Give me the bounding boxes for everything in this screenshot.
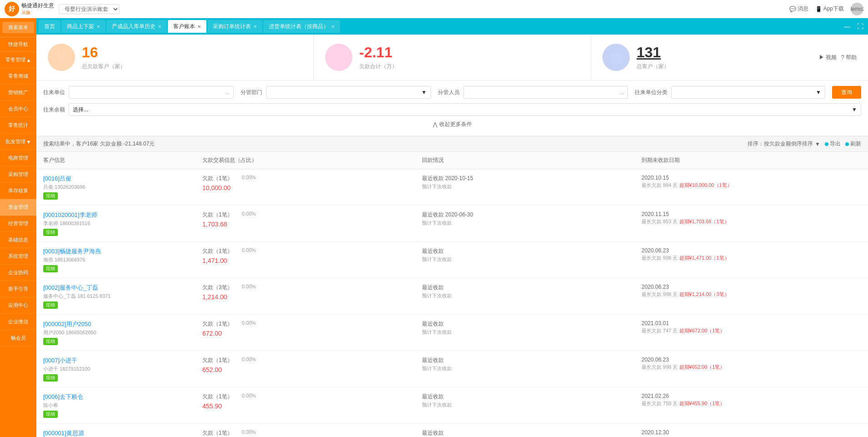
sidebar-item-system[interactable]: 系统管理	[0, 248, 36, 265]
minimize-btn[interactable]: —	[842, 23, 853, 30]
dept-select[interactable]: ▼	[266, 86, 431, 99]
close-inventory-tab[interactable]: ✕	[331, 24, 335, 29]
tab-inventory[interactable]: 进货单统计表（按商品） ✕	[263, 20, 340, 33]
overdue-link-6[interactable]: 超期¥455.90（1笔）	[679, 401, 725, 406]
debt-count-6: 欠款（1笔）	[202, 393, 233, 401]
stat-info-debt: -2.11 欠款合计（万）	[359, 44, 397, 70]
status-tag-2: 现销	[43, 265, 58, 272]
tab-customer[interactable]: 客户账本 ✕	[168, 20, 206, 33]
video-btn[interactable]: ▶ 视频	[819, 54, 837, 61]
return-cell-6: 最近收款 预计下次收款	[422, 393, 642, 418]
return-cell-1: 最近收款 2020-06-30 预计下次收款	[422, 211, 642, 236]
sidebar-item-operations[interactable]: 经营管理	[0, 216, 36, 232]
tab-goods[interactable]: 商品上下架 ✕	[61, 20, 105, 33]
search-menu-button[interactable]: 搜索菜单	[2, 22, 34, 33]
customer-name-5[interactable]: [0007]小进干	[43, 357, 202, 365]
overdue-link-3[interactable]: 超期¥1,214.00（3笔）	[679, 291, 729, 297]
customer-name-2[interactable]: [0003]畅捷服务尹海燕	[43, 247, 202, 256]
customer-cell-4: [000002]用户2050 用户2050 18665062050 现销	[43, 320, 202, 345]
sidebar-item-guide[interactable]: 新手引导	[0, 281, 36, 297]
overdue-link-5[interactable]: 超期¥652.00（1笔）	[679, 364, 725, 370]
customer-name-0[interactable]: [0016]吕俊	[43, 175, 202, 183]
sidebar-item-basic-info[interactable]: 基础信息	[0, 232, 36, 248]
return-next-2: 预计下次收款	[422, 256, 642, 263]
stat-card-actions: ▶ 视频 ? 帮助	[819, 54, 857, 61]
return-cell-7: 最近收款 预计下次收款	[422, 429, 642, 437]
customer-name-3[interactable]: [0002]服务中心_丁磊	[43, 284, 202, 292]
collapse-button[interactable]: ⋀ 收起更多条件	[43, 121, 861, 128]
overdue-link-4[interactable]: 超期¥672.00（1笔）	[679, 328, 725, 333]
export-button[interactable]: 导出	[825, 140, 841, 148]
app-download-btn[interactable]: 📱 App下载	[815, 5, 844, 13]
customer-cell-2: [0003]畅捷服务尹海燕 海燕 18513066976 现销	[43, 247, 202, 272]
return-next-0: 预计下次收款	[422, 183, 642, 190]
sidebar-item-retail-mgmt[interactable]: 零售管理 ▲	[0, 52, 36, 68]
debt-count-1: 欠款（1笔）	[202, 211, 233, 219]
sidebar-item-ecommerce[interactable]: 电商管理	[0, 150, 36, 166]
stat-info-total: 131 总客户（家）	[637, 44, 669, 70]
sidebar-search-area: 搜索菜单	[0, 18, 36, 37]
customer-tab-label: 客户账本	[173, 23, 195, 30]
tab-home[interactable]: 首页	[39, 20, 60, 33]
close-production-tab[interactable]: ✕	[158, 24, 161, 29]
message-btn[interactable]: 💬 消息	[789, 5, 808, 13]
stat-icon-customers: ¥	[48, 44, 75, 71]
tab-purchase[interactable]: 采购订单统计表 ✕	[207, 20, 262, 33]
table-row: [0016]吕俊 吕俊 13026203696 现销 欠款（1笔） 10,000…	[36, 169, 868, 206]
customer-name-6[interactable]: [0006]去下粮仓	[43, 393, 202, 401]
sidebar-item-batch-mgmt[interactable]: 批发管理 ▼	[0, 134, 36, 150]
customer-name-7[interactable]: [000001]黄思源	[43, 429, 202, 437]
debt-pct-5: 0.00%	[242, 357, 256, 362]
maximize-btn[interactable]: ⛶	[855, 23, 866, 30]
sidebar-item-purchase[interactable]: 采购管理	[0, 166, 36, 183]
overdue-days-0: 最长欠款 884 天 超期¥10,000.00（1笔）	[642, 182, 861, 189]
due-cell-4: 2021.03.01 最长欠款 747 天 超期¥672.00（1笔）	[642, 320, 861, 345]
balance-select[interactable]: 选择... ▼	[69, 103, 861, 116]
close-purchase-tab[interactable]: ✕	[253, 24, 257, 29]
debt-cell-2: 欠款（1笔） 1,471.00 0.00%	[202, 247, 422, 272]
search-button[interactable]: 查询	[832, 86, 861, 99]
sidebar-item-retail-store[interactable]: 零售商城	[0, 68, 36, 85]
customer-unit-input[interactable]: ...	[69, 86, 234, 99]
overdue-days-5: 最长欠款 998 天 超期¥652.00（1笔）	[642, 364, 861, 371]
return-next-6: 预计下次收款	[422, 402, 642, 408]
customer-name-1[interactable]: [0001020001]李老师	[43, 211, 202, 219]
production-tab-label: 产成品入库单历史	[112, 23, 156, 30]
customer-name-4[interactable]: [000002]用户2050	[43, 320, 202, 328]
sidebar-item-retail-stats[interactable]: 零售统计	[0, 117, 36, 134]
sidebar-item-member[interactable]: 会员中心	[0, 101, 36, 117]
sidebar-item-wechat[interactable]: 企业微信	[0, 314, 36, 330]
unit-category-select[interactable]: ▼	[671, 86, 825, 99]
content-area: 首页 商品上下架 ✕ 产成品入库单历史 ✕ 客户账本 ✕ 采购订单统计表 ✕ 进…	[36, 18, 868, 437]
person-input[interactable]: ...	[463, 86, 628, 99]
sidebar-item-marketing[interactable]: 营销推广	[0, 85, 36, 101]
sort-select[interactable]: 排序：按欠款金额倒序排序 ▼	[748, 140, 820, 148]
sidebar-item-enterprise[interactable]: 企业协同	[0, 265, 36, 281]
overdue-link-2[interactable]: 超期¥1,471.00（1笔）	[679, 255, 729, 261]
sidebar-item-app-center[interactable]: 应用中心	[0, 297, 36, 314]
close-customer-tab[interactable]: ✕	[197, 24, 201, 29]
customer-sub-2: 海燕 18513066976	[43, 256, 202, 263]
sidebar-item-member-annual[interactable]: 畅会员	[0, 330, 36, 347]
sidebar-item-capital[interactable]: 资金管理	[0, 199, 36, 216]
debt-amount-2: 1,471.00	[202, 257, 233, 264]
filter-area: 往来单位 ... 分管部门 ▼ 分管人员	[36, 80, 868, 136]
overdue-link-0[interactable]: 超期¥10,000.00（1笔）	[679, 182, 732, 188]
status-tag-6: 现销	[43, 411, 58, 418]
phone-icon: 📱	[815, 6, 822, 12]
help-btn[interactable]: ? 帮助	[841, 54, 857, 61]
avatar[interactable]: demo2	[851, 3, 863, 15]
due-date-1: 2020.11.15	[642, 211, 861, 217]
customer-cell-7: [000001]黄思源 黄思源 13552700226 现销	[43, 429, 202, 437]
quick-nav-item[interactable]: 快捷导航	[0, 37, 36, 52]
stat-card-customers: ¥ 16 总欠款客户（家）	[36, 35, 314, 80]
refresh-button[interactable]: 刷新	[845, 140, 861, 148]
close-goods-tab[interactable]: ✕	[96, 24, 100, 29]
company-select[interactable]: 母婴行业演示账套	[59, 4, 120, 14]
tab-production[interactable]: 产成品入库单历史 ✕	[106, 20, 167, 33]
customer-cell-1: [0001020001]李老师 李老师 18600391516 现销	[43, 211, 202, 236]
overdue-link-1[interactable]: 超期¥1,703.68（1笔）	[679, 219, 729, 224]
message-icon: 💬	[789, 6, 796, 12]
sidebar-item-inventory[interactable]: 库存核算	[0, 183, 36, 199]
customer-sub-4: 用户2050 18665062050	[43, 329, 202, 336]
